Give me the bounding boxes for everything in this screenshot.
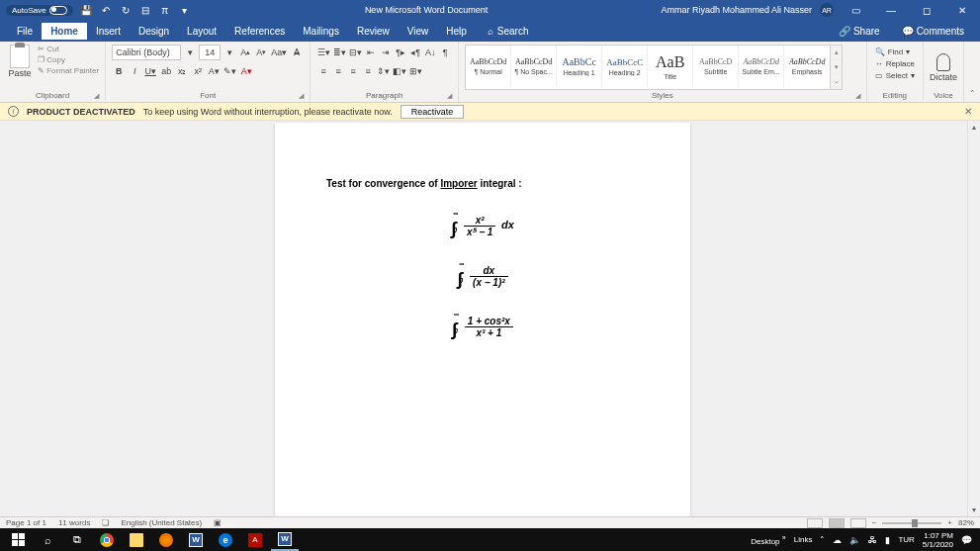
style-no-spacing[interactable]: AaBbCcDd¶ No Spac...: [511, 46, 557, 87]
print-layout-button[interactable]: [829, 518, 845, 528]
chevron-down-icon[interactable]: ▾: [183, 45, 197, 60]
style-heading2[interactable]: AaBbCcCHeading 2: [602, 46, 648, 87]
align-center-button[interactable]: ≡: [331, 63, 345, 79]
font-color-button[interactable]: A▾: [239, 63, 253, 79]
copy-button[interactable]: ❐ Copy: [38, 55, 99, 64]
expand-icon[interactable]: ⌄: [831, 74, 842, 89]
tab-help[interactable]: Help: [437, 23, 476, 40]
chevron-up-icon[interactable]: ▴: [831, 46, 842, 60]
web-layout-button[interactable]: [850, 518, 866, 528]
undo-icon[interactable]: ↶: [99, 3, 113, 17]
justify-button[interactable]: ≡: [361, 63, 375, 79]
zoom-level[interactable]: 82%: [958, 518, 974, 527]
explorer-button[interactable]: [123, 528, 150, 551]
styles-launcher-icon[interactable]: ◢: [855, 92, 860, 100]
decrease-indent-button[interactable]: ⇤: [364, 45, 378, 60]
bullets-button[interactable]: ☰▾: [316, 45, 331, 60]
vertical-scrollbar[interactable]: ▴ ▾: [967, 121, 980, 516]
word-running-button[interactable]: W: [271, 528, 299, 551]
ribbon-display-icon[interactable]: ▭: [842, 0, 869, 20]
redo-icon[interactable]: ↻: [119, 3, 133, 17]
edge-button[interactable]: e: [212, 528, 239, 551]
tab-file[interactable]: File: [8, 23, 42, 40]
strikethrough-button[interactable]: ab: [159, 63, 173, 79]
volume-icon[interactable]: 🔈: [849, 535, 860, 545]
align-left-button[interactable]: ≡: [316, 63, 330, 79]
page[interactable]: Test for convergence of Imporer integral…: [275, 123, 690, 516]
style-heading1[interactable]: AaBbCcHeading 1: [557, 46, 602, 87]
onedrive-icon[interactable]: ☁: [833, 535, 842, 545]
user-avatar[interactable]: AR: [820, 3, 834, 17]
battery-icon[interactable]: ▮: [885, 535, 890, 545]
scroll-up-icon[interactable]: ▴: [968, 121, 980, 134]
style-subtitle[interactable]: AaBbCcDSubtitle: [693, 46, 739, 87]
change-case-button[interactable]: Aa▾: [270, 45, 288, 60]
font-launcher-icon[interactable]: ◢: [299, 92, 304, 100]
replace-button[interactable]: ↔Replace: [873, 58, 917, 69]
subscript-button[interactable]: x₂: [175, 63, 189, 79]
show-marks-button[interactable]: ¶: [438, 45, 452, 60]
tab-home[interactable]: Home: [42, 23, 87, 40]
chevron-down-icon[interactable]: ▾: [831, 60, 842, 75]
paste-button[interactable]: Paste: [6, 45, 34, 78]
tell-me-search[interactable]: ⌕ Search: [482, 24, 535, 39]
shrink-font-button[interactable]: A▾: [254, 45, 268, 60]
line-spacing-button[interactable]: ⇕▾: [376, 63, 391, 79]
autosave-toggle[interactable]: AutoSave: [6, 5, 73, 16]
maximize-icon[interactable]: ◻: [913, 0, 940, 20]
bold-button[interactable]: B: [112, 63, 126, 79]
clear-formatting-button[interactable]: A̶: [290, 45, 304, 60]
desktop-toolbar[interactable]: Desktop »: [751, 534, 786, 546]
tab-layout[interactable]: Layout: [178, 23, 225, 40]
font-name-combo[interactable]: Calibri (Body): [112, 45, 181, 60]
action-center-icon[interactable]: 💬: [961, 535, 972, 545]
equation-icon[interactable]: π: [158, 3, 172, 17]
superscript-button[interactable]: x²: [191, 63, 205, 79]
format-painter-button[interactable]: ✎ Format Painter: [38, 66, 99, 75]
multilevel-button[interactable]: ⊟▾: [348, 45, 363, 60]
ime-indicator[interactable]: TUR: [898, 535, 914, 544]
tab-insert[interactable]: Insert: [87, 23, 130, 40]
tab-mailings[interactable]: Mailings: [294, 23, 348, 40]
task-view-button[interactable]: ⧉: [63, 528, 91, 551]
clipboard-launcher-icon[interactable]: ◢: [94, 92, 99, 100]
touch-mode-icon[interactable]: ⊟: [138, 3, 152, 17]
macro-icon[interactable]: ▣: [214, 518, 222, 527]
paragraph-launcher-icon[interactable]: ◢: [447, 92, 452, 100]
italic-button[interactable]: I: [128, 63, 141, 79]
select-button[interactable]: ▭Select ▾: [873, 70, 917, 81]
zoom-out-button[interactable]: −: [872, 518, 877, 527]
banner-close-icon[interactable]: ✕: [964, 106, 972, 117]
word-count[interactable]: 11 words: [58, 518, 90, 527]
share-button[interactable]: 🔗 Share: [831, 24, 888, 39]
borders-button[interactable]: ⊞▾: [408, 63, 423, 79]
style-normal[interactable]: AaBbCcDd¶ Normal: [466, 46, 511, 87]
rtl-button[interactable]: ◂¶: [408, 45, 422, 60]
word-shortcut-button[interactable]: W: [182, 528, 210, 551]
language[interactable]: English (United States): [121, 518, 202, 527]
shading-button[interactable]: ◧▾: [392, 63, 407, 79]
highlight-button[interactable]: ✎▾: [223, 63, 237, 79]
search-button[interactable]: ⌕: [34, 528, 61, 551]
chevron-down-icon[interactable]: ▾: [223, 45, 236, 60]
clock[interactable]: 1:07 PM 5/1/2020: [923, 531, 953, 549]
text-effects-button[interactable]: A▾: [207, 63, 221, 79]
ltr-button[interactable]: ¶▸: [394, 45, 407, 60]
style-title[interactable]: AaBTitle: [648, 46, 693, 87]
start-button[interactable]: [4, 528, 32, 551]
find-button[interactable]: 🔍Find ▾: [873, 46, 917, 57]
spellcheck-icon[interactable]: ❏: [102, 518, 109, 527]
style-gallery-scroll[interactable]: ▴▾⌄: [831, 45, 843, 90]
increase-indent-button[interactable]: ⇥: [379, 45, 393, 60]
tab-view[interactable]: View: [399, 23, 438, 40]
firefox-button[interactable]: [152, 528, 180, 551]
scroll-down-icon[interactable]: ▾: [968, 504, 980, 516]
close-icon[interactable]: ✕: [948, 0, 976, 20]
align-right-button[interactable]: ≡: [346, 63, 360, 79]
zoom-in-button[interactable]: +: [947, 518, 952, 527]
dictate-button[interactable]: Dictate: [930, 53, 957, 82]
page-number[interactable]: Page 1 of 1: [6, 518, 46, 527]
minimize-icon[interactable]: —: [877, 0, 905, 20]
style-emphasis[interactable]: AaBbCcDdEmphasis: [784, 46, 830, 87]
tray-chevron-icon[interactable]: ˄: [820, 535, 825, 545]
